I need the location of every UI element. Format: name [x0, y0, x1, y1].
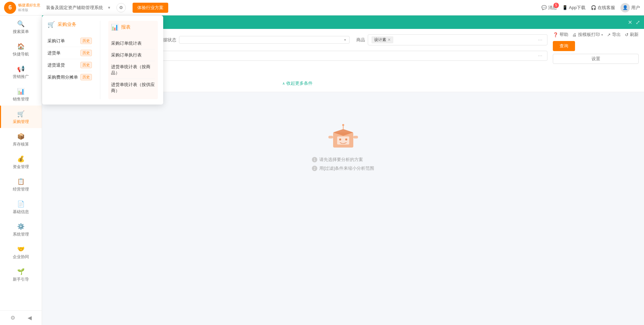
sidebar-label-purchase: 采购管理 [13, 119, 29, 125]
sidebar-label-system: 系统管理 [13, 232, 29, 237]
print-arrow: ▾ [601, 33, 603, 37]
purchase-column-header: 🛒 采购业务 [47, 21, 92, 31]
purchase-order-item[interactable]: 采购订单 历史 [47, 35, 92, 47]
tab-close-all-icon[interactable]: ✕ [628, 19, 632, 26]
sidebar-label-inventory: 库存核算 [13, 141, 29, 147]
sidebar-item-inventory[interactable]: 📦 库存核算 [0, 128, 42, 151]
search-icon: 🔍 [17, 20, 25, 28]
menu-divider [100, 21, 100, 99]
user-btn[interactable]: 👤 用户 [620, 3, 640, 12]
salesperson-more-btn[interactable]: ··· [537, 53, 544, 59]
app-download-btn[interactable]: 📱 App下载 [562, 5, 585, 11]
help-label: 帮助 [560, 32, 568, 38]
svg-point-3 [339, 138, 341, 140]
sidebar-item-marketing[interactable]: 📢 营销推广 [0, 60, 42, 83]
logo: 6 畅捷通好生意 标准版 [4, 2, 46, 14]
purchase-dropdown-menu: 🛒 采购业务 采购订单 历史 进货单 历史 进货退货 历史 采购费用分摊单 历史 [42, 15, 163, 105]
goods-stats-product-item[interactable]: 进货单统计表（按商品） [111, 61, 155, 79]
collapse-arrow-icon: ∧ [282, 81, 285, 86]
goods-tag-close[interactable]: ✕ [388, 38, 391, 42]
sidebar-item-quick-nav[interactable]: 🏠 快捷导航 [0, 38, 42, 60]
sidebar-label-marketing: 营销推广 [13, 74, 29, 80]
export-icon: ↗ [607, 32, 611, 37]
sidebar-item-cooperation[interactable]: 🤝 企业协同 [0, 241, 42, 263]
purchase-expense-item[interactable]: 采购费用分摊单 历史 [47, 71, 92, 83]
headset-icon: 🎧 [591, 5, 596, 10]
goods-tag: 设计素 ✕ [371, 36, 393, 43]
dropdown-menu-overlay: 🛒 采购业务 采购订单 历史 进货单 历史 进货退货 历史 采购费用分摊单 历史 [42, 15, 163, 105]
svg-point-6 [342, 124, 344, 126]
export-label: 导出 [612, 32, 621, 38]
goods-input[interactable]: 设计素 ✕ ··· [368, 34, 547, 45]
goods-receipt-item[interactable]: 进货单 历史 [47, 47, 92, 59]
help-btn[interactable]: ❓ 帮助 [553, 32, 568, 38]
print-label: 按模板打印 [578, 32, 600, 38]
sidebar-item-system[interactable]: ⚙️ 系统管理 [0, 218, 42, 241]
report-col-title: 报表 [121, 24, 131, 30]
sidebar-item-finance[interactable]: 💰 资金管理 [0, 151, 42, 173]
settings-icon[interactable]: ⚙ [116, 3, 126, 12]
main-action-btns: 查询 [553, 41, 639, 51]
goods-receipt-history-badge: 历史 [80, 50, 92, 56]
sidebar-item-purchase[interactable]: 🛒 采购管理 [0, 106, 42, 128]
clipboard-icon: 📋 [17, 178, 25, 185]
sidebar-collapse-btn[interactable]: ◀ [28, 315, 32, 321]
action-btns-row: ❓ 帮助 🖨 按模板打印 ▾ ↗ 导出 ↺ [553, 32, 639, 38]
sidebar-bottom: ⚙ ◀ [0, 310, 42, 325]
online-service-label: 在线客服 [598, 5, 615, 11]
purchase-order-exec-label: 采购订单执行表 [111, 52, 142, 58]
online-service-btn[interactable]: 🎧 在线客服 [591, 5, 615, 11]
print-icon: 🖨 [572, 32, 577, 37]
report-col-icon: 📊 [111, 24, 118, 31]
goods-stats-supplier-label: 进货单统计表（按供应商） [111, 82, 155, 94]
purchase-order-stats-item[interactable]: 采购订单统计表 [111, 38, 155, 49]
help-icon: ❓ [553, 32, 558, 37]
purchase-column: 🛒 采购业务 采购订单 历史 进货单 历史 进货退货 历史 采购费用分摊单 历史 [47, 21, 92, 99]
tab-maximize-icon[interactable]: ⤢ [636, 19, 640, 26]
sidebar-item-basic-info[interactable]: 📄 基础信息 [0, 196, 42, 218]
sidebar-label-search: 搜索菜单 [13, 29, 29, 35]
report-column: 📊 报表 采购订单统计表 采购订单执行表 进货单统计表（按商品） 进货单统计表（… [108, 21, 158, 99]
sidebar-item-operations[interactable]: 📋 经营管理 [0, 173, 42, 196]
goods-return-item[interactable]: 进货退货 历史 [47, 59, 92, 71]
top-right-area: 💬 消息 5 📱 App下载 🎧 在线客服 👤 用户 [541, 3, 640, 12]
svg-point-4 [345, 138, 347, 140]
purchase-order-exec-item[interactable]: 采购订单执行表 [111, 49, 155, 61]
chart-icon: 📊 [17, 88, 25, 95]
goods-more-btn[interactable]: ··· [537, 37, 544, 43]
sidebar-label-cooperation: 企业协同 [13, 254, 29, 260]
goods-label: 商品 [356, 37, 365, 43]
app-download-label: App下载 [569, 5, 585, 11]
doc-status-input[interactable]: ▾ [179, 36, 350, 44]
doc-status-filter: 单据状态 ▾ [159, 36, 350, 44]
logo-icon: 6 [4, 2, 16, 14]
empty-icon [323, 119, 363, 153]
goods-stats-product-label: 进货单统计表（按商品） [111, 64, 155, 76]
set-btn[interactable]: 设置 [553, 54, 639, 64]
money-icon: 💰 [17, 155, 25, 163]
query-btn[interactable]: 查询 [553, 41, 575, 51]
export-btn[interactable]: ↗ 导出 [607, 32, 621, 38]
system-dropdown-btn[interactable]: ▾ [106, 4, 112, 11]
goods-stats-supplier-item[interactable]: 进货单统计表（按供应商） [111, 79, 155, 96]
message-btn[interactable]: 💬 消息 5 [541, 5, 557, 11]
goods-return-label: 进货退货 [47, 62, 65, 68]
sidebar-setting-btn[interactable]: ⚙ [10, 315, 15, 321]
collapse-label: 收起更多条件 [286, 80, 313, 86]
svg-rect-7 [328, 136, 333, 138]
step-2: 2 [312, 166, 317, 171]
salesperson-input[interactable]: ··· [144, 51, 547, 61]
phone-icon: 📱 [562, 5, 568, 10]
sidebar-label-basic-info: 基础信息 [13, 209, 29, 215]
industry-btn[interactable]: 体验行业方案 [133, 3, 168, 13]
sidebar-item-search[interactable]: 🔍 搜索菜单 [0, 15, 42, 38]
refresh-btn[interactable]: ↺ 刷新 [625, 32, 639, 38]
sidebar-item-beginner[interactable]: 🌱 新手引导 [0, 263, 42, 286]
message-icon: 💬 [541, 5, 547, 10]
box-icon: 📦 [17, 133, 25, 140]
purchase-order-history-badge: 历史 [80, 38, 92, 44]
print-btn[interactable]: 🖨 按模板打印 ▾ [572, 32, 603, 38]
sidebar-label-finance: 资金管理 [13, 164, 29, 170]
page-actions: ❓ 帮助 🖨 按模板打印 ▾ ↗ 导出 ↺ [553, 32, 639, 64]
sidebar-item-sales[interactable]: 📊 销售管理 [0, 83, 42, 106]
